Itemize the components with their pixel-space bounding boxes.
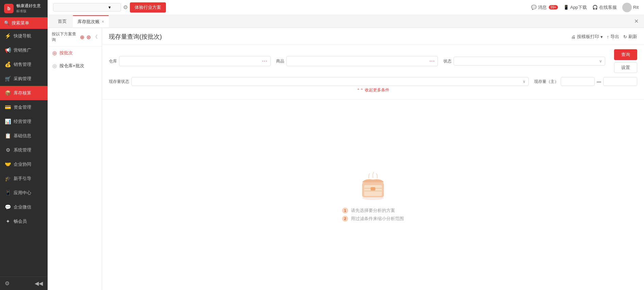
collapse-row[interactable]: ⌃⌃ 收起更多条件 (109, 86, 637, 94)
warehouse-filter-group: 仓库 ··· (109, 56, 271, 66)
scheme-label: 按批次 (60, 50, 73, 56)
download-icon: 📱 (563, 5, 569, 10)
query-button[interactable]: 查询 (614, 49, 637, 60)
warehouse-dots-icon: ··· (262, 58, 268, 64)
scheme-inactive-icon: ◎ (52, 63, 57, 69)
svg-rect-5 (371, 187, 375, 191)
sidebar-header: b 畅康通好生意 标准版 (0, 0, 48, 17)
sidebar-item-enterprise[interactable]: 🤝 企业协同 (0, 157, 48, 171)
inventory-icon: 📦 (5, 90, 11, 96)
purchase-icon: 🛒 (5, 76, 11, 82)
sidebar-item-marketing[interactable]: 📢 营销推广 (0, 43, 48, 57)
sidebar-item-quick-nav[interactable]: ⚡ 快捷导航 (0, 29, 48, 43)
refresh-button[interactable]: ↻ 刷新 (623, 34, 637, 40)
hint-text-2: 用过滤条件来缩小分析范围 (351, 216, 404, 222)
sidebar-item-label: 销售管理 (14, 61, 31, 68)
print-button[interactable]: 🖨 按模板打印 ▾ (571, 34, 603, 40)
app-name-block: 畅康通好生意 标准版 (16, 3, 41, 14)
page-header: 现存量查询(按批次) 🖨 按模板打印 ▾ ↑ 导出 ↻ 刷新 (102, 28, 644, 44)
messages-button[interactable]: 💬 消息 99+ (531, 4, 558, 11)
stock-status-select[interactable]: ∨ (131, 77, 529, 86)
sidebar-item-label: 企业微信 (14, 204, 31, 210)
export-button[interactable]: ↑ 导出 (607, 34, 620, 40)
stock-status-filter-group: 现存量状态 ∨ (109, 77, 529, 86)
tab-home[interactable]: 首页 (53, 16, 71, 27)
qty-label: 现存量（主） (534, 79, 559, 85)
scheme-active-icon: ◎ (52, 50, 57, 56)
tab-close-button[interactable]: × (102, 19, 104, 24)
export-label: 导出 (610, 34, 619, 40)
stock-status-label: 现存量状态 (109, 79, 129, 85)
enterprise-icon: 🤝 (5, 161, 11, 167)
sidebar-item-purchase[interactable]: 🛒 采购管理 (0, 72, 48, 86)
sidebar-item-inventory[interactable]: 📦 库存核算 (0, 86, 48, 100)
sidebar-footer: ⚙ ◀◀ (0, 276, 48, 290)
topbar-gear-icon[interactable]: ⚙ (123, 4, 128, 11)
scheme-by-batch[interactable]: ◎ 按批次 (48, 47, 102, 59)
topbar-search-input[interactable] (56, 5, 107, 10)
sidebar-item-label: 系统管理 (14, 147, 31, 153)
right-panel: 现存量查询(按批次) 🖨 按模板打印 ▾ ↑ 导出 ↻ 刷新 (102, 28, 644, 290)
warehouse-label: 仓库 (109, 58, 117, 64)
product-input[interactable]: ··· (286, 56, 438, 66)
sidebar-item-appstore[interactable]: 📱 应用中心 (0, 186, 48, 200)
status-select[interactable]: ∨ (454, 57, 605, 66)
online-service-button[interactable]: 🎧 在线客服 (592, 4, 617, 11)
settings-icon[interactable]: ⚙ (5, 280, 10, 287)
tab-label: 库存批次账 (78, 19, 100, 25)
online-service-label: 在线客服 (599, 4, 617, 11)
product-label: 商品 (276, 58, 284, 64)
stock-status-chevron-icon: ∨ (523, 79, 526, 84)
sidebar-nav: ⚡ 快捷导航 📢 营销推广 💰 销售管理 🛒 采购管理 📦 库存核算 💳 资金管… (0, 29, 48, 276)
sidebar-item-vip[interactable]: ✦ 畅会员 (0, 214, 48, 229)
topbar-search-box[interactable]: ▾ (53, 3, 121, 12)
product-filter-group: 商品 ··· (276, 56, 438, 66)
page-content: 按以下方案查询 ⊕ ⊛ 《 ◎ 按批次 ◎ 按仓库+批次 现存量查询(按批次) (48, 28, 644, 290)
search-menu-button[interactable]: 🔍 搜索菜单 (0, 17, 48, 29)
topbar-search-dropdown-icon: ▾ (108, 5, 111, 10)
warehouse-input[interactable]: ··· (119, 56, 271, 66)
newbie-icon: 🎓 (5, 176, 11, 182)
app-logo: b (4, 4, 14, 13)
sidebar-item-label: 快捷导航 (14, 33, 31, 39)
page-title: 现存量查询(按批次) (109, 33, 162, 41)
settings-button[interactable]: 设置 (614, 62, 637, 73)
app-name: 畅康通好生意 (16, 3, 41, 9)
user-avatar-area[interactable]: Rit (622, 3, 639, 12)
left-panel-actions: ⊕ ⊛ 《 (80, 34, 98, 40)
empty-hint-1: 1 请先选择要分析的方案 (342, 207, 404, 214)
left-panel-header: 按以下方案查询 ⊕ ⊛ 《 (48, 28, 102, 47)
sidebar-item-wechat[interactable]: 💬 企业微信 (0, 200, 48, 214)
sidebar-item-newbie[interactable]: 🎓 新手引导 (0, 171, 48, 186)
sidebar-item-basic[interactable]: 📋 基础信息 (0, 129, 48, 143)
sidebar-item-operations[interactable]: 📊 经营管理 (0, 114, 48, 129)
sidebar-item-system[interactable]: ⚙ 系统管理 (0, 143, 48, 157)
sidebar-item-label: 经营管理 (14, 119, 31, 125)
sidebar-item-sales[interactable]: 💰 销售管理 (0, 57, 48, 72)
status-chevron-icon: ∨ (599, 59, 602, 64)
empty-svg-illustration (356, 168, 390, 202)
collapse-icon[interactable]: ◀◀ (35, 280, 43, 287)
qty-min-input[interactable] (561, 77, 595, 86)
finance-icon: 💳 (5, 104, 11, 110)
qty-max-input[interactable] (603, 77, 637, 86)
tab-bar-close-button[interactable]: ✕ (634, 18, 639, 24)
add-scheme-icon[interactable]: ⊕ (80, 34, 84, 40)
trial-button[interactable]: 体验行业方案 (130, 2, 166, 13)
app-download-button[interactable]: 📱 App下载 (563, 4, 587, 11)
filter-action-buttons: 查询 设置 (614, 49, 637, 73)
hint-num-1: 1 (342, 207, 348, 214)
vip-icon: ✦ (5, 218, 11, 224)
appstore-icon: 📱 (5, 190, 11, 196)
empty-illustration (356, 168, 390, 202)
sidebar-item-finance[interactable]: 💳 资金管理 (0, 100, 48, 114)
sidebar-item-label: 采购管理 (14, 76, 31, 82)
scheme-settings-icon[interactable]: ⊛ (86, 34, 91, 40)
username: Rit (633, 5, 639, 10)
tab-active-inventory[interactable]: 库存批次账 × (73, 15, 109, 28)
tab-bar: 首页 库存批次账 × ✕ (48, 15, 644, 28)
scheme-by-warehouse-batch[interactable]: ◎ 按仓库+批次 (48, 59, 102, 72)
messages-badge: 99+ (549, 5, 558, 10)
panel-collapse-icon[interactable]: 《 (93, 34, 98, 40)
topbar-search-area: ▾ ⚙ 体验行业方案 (53, 2, 528, 13)
